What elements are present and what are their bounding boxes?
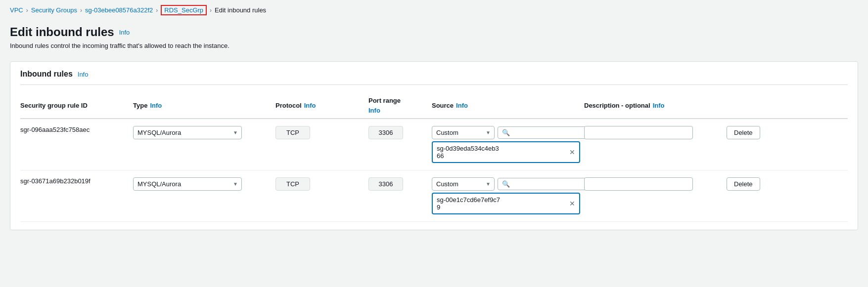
page-title: Edit inbound rules xyxy=(10,25,114,39)
search-icon-1: 🔍 xyxy=(502,180,510,188)
col-header-actions xyxy=(727,97,791,114)
col-header-description: Description - optional Info xyxy=(584,97,723,114)
cell-actions-0: Delete xyxy=(727,126,791,139)
cell-source-0: Custom Anywhere-IPv4 Anywhere-IPv6 My IP… xyxy=(432,126,580,163)
main-content: Inbound rules Info Security group rule I… xyxy=(0,53,868,238)
type-select-wrapper-1: MYSQL/Aurora Custom TCP Custom UDP All t… xyxy=(133,177,242,191)
source-wrapper-0: Custom Anywhere-IPv4 Anywhere-IPv6 My IP… xyxy=(432,126,580,139)
tag-chip-text-1: sg-00e1c7cd6e7ef9c79 xyxy=(437,196,566,211)
cell-type-0: MYSQL/Aurora Custom TCP Custom UDP All t… xyxy=(133,126,272,139)
col-header-type: Type Info xyxy=(133,97,272,114)
breadcrumb-sep-3: › xyxy=(156,7,158,14)
type-select-1[interactable]: MYSQL/Aurora Custom TCP Custom UDP All t… xyxy=(133,177,242,191)
cell-sg-rule-id-0: sgr-096aaa523fc758aec xyxy=(20,126,129,133)
source-wrapper-1: Custom Anywhere-IPv4 Anywhere-IPv6 My IP… xyxy=(432,177,580,191)
cell-protocol-1: TCP xyxy=(275,177,365,191)
tag-chip-text-0: sg-0d39eda534c4eb366 xyxy=(437,145,566,160)
col-port-info-link[interactable]: Info xyxy=(368,107,380,114)
inbound-rules-panel: Inbound rules Info Security group rule I… xyxy=(10,61,858,230)
description-input-0[interactable] xyxy=(584,126,693,139)
search-field-1: 🔍 xyxy=(498,178,596,190)
breadcrumb-security-groups[interactable]: Security Groups xyxy=(31,6,77,14)
col-header-source: Source Info xyxy=(432,97,580,114)
cell-description-0 xyxy=(584,126,723,139)
panel-title: Inbound rules xyxy=(20,70,73,79)
page-info-link[interactable]: Info xyxy=(119,29,130,36)
cell-source-1: Custom Anywhere-IPv4 Anywhere-IPv6 My IP… xyxy=(432,177,580,214)
breadcrumb-rds-secgrp[interactable]: RDS_SecGrp xyxy=(161,5,207,15)
port-value-0: 3306 xyxy=(368,126,403,139)
sg-rule-id-value-0: sgr-096aaa523fc758aec xyxy=(20,126,90,133)
search-icon-0: 🔍 xyxy=(502,129,510,136)
table-row: sgr-03671a69b232b019f MYSQL/Aurora Custo… xyxy=(20,170,848,222)
breadcrumb-vpc[interactable]: VPC xyxy=(10,6,23,14)
page-description: Inbound rules control the incoming traff… xyxy=(10,42,858,49)
protocol-value-0: TCP xyxy=(275,126,310,139)
tag-chip-0: sg-0d39eda534c4eb366 ✕ xyxy=(432,141,580,163)
cell-sg-rule-id-1: sgr-03671a69b232b019f xyxy=(20,177,129,185)
breadcrumb-sep-2: › xyxy=(80,7,82,14)
description-input-1[interactable] xyxy=(584,177,693,191)
search-input-0[interactable] xyxy=(513,129,596,136)
delete-button-0[interactable]: Delete xyxy=(727,126,760,139)
delete-button-1[interactable]: Delete xyxy=(727,177,760,191)
cell-actions-1: Delete xyxy=(727,177,791,191)
col-desc-info-link[interactable]: Info xyxy=(653,102,665,109)
col-header-sg-rule-id: Security group rule ID xyxy=(20,97,129,114)
col-type-info-link[interactable]: Info xyxy=(150,102,162,109)
breadcrumb-sep-4: › xyxy=(210,7,212,14)
source-select-1[interactable]: Custom Anywhere-IPv4 Anywhere-IPv6 My IP xyxy=(432,177,495,191)
source-select-wrapper-0: Custom Anywhere-IPv4 Anywhere-IPv6 My IP… xyxy=(432,126,495,139)
panel-info-link[interactable]: Info xyxy=(78,71,89,78)
cell-description-1 xyxy=(584,177,723,191)
tag-chip-close-0[interactable]: ✕ xyxy=(569,148,575,156)
type-select-0[interactable]: MYSQL/Aurora Custom TCP Custom UDP All t… xyxy=(133,126,242,139)
rules-table: Security group rule ID Type Info Protoco… xyxy=(20,93,848,222)
cell-port-1: 3306 xyxy=(368,177,428,191)
protocol-value-1: TCP xyxy=(275,177,310,191)
tag-chip-close-1[interactable]: ✕ xyxy=(569,200,575,207)
col-source-info-link[interactable]: Info xyxy=(456,102,468,109)
cell-protocol-0: TCP xyxy=(275,126,365,139)
port-value-1: 3306 xyxy=(368,177,403,191)
cell-type-1: MYSQL/Aurora Custom TCP Custom UDP All t… xyxy=(133,177,272,191)
search-field-0: 🔍 xyxy=(498,126,596,139)
col-header-port-range: Port range Info xyxy=(368,97,428,114)
type-select-wrapper-0: MYSQL/Aurora Custom TCP Custom UDP All t… xyxy=(133,126,242,139)
cell-port-0: 3306 xyxy=(368,126,428,139)
table-header-row: Security group rule ID Type Info Protoco… xyxy=(20,93,848,119)
source-select-wrapper-1: Custom Anywhere-IPv4 Anywhere-IPv6 My IP… xyxy=(432,177,495,191)
col-header-protocol: Protocol Info xyxy=(275,97,365,114)
source-select-0[interactable]: Custom Anywhere-IPv4 Anywhere-IPv6 My IP xyxy=(432,126,495,139)
breadcrumb: VPC › Security Groups › sg-03ebee08576a3… xyxy=(0,0,868,20)
breadcrumb-current: Edit inbound rules xyxy=(215,6,266,14)
col-protocol-info-link[interactable]: Info xyxy=(304,102,316,109)
breadcrumb-sg-id[interactable]: sg-03ebee08576a322f2 xyxy=(85,6,153,14)
tag-chip-1: sg-00e1c7cd6e7ef9c79 ✕ xyxy=(432,193,580,214)
search-input-1[interactable] xyxy=(513,180,596,188)
breadcrumb-sep-1: › xyxy=(26,7,28,14)
page-header: Edit inbound rules Info Inbound rules co… xyxy=(0,20,868,53)
sg-rule-id-value-1: sgr-03671a69b232b019f xyxy=(20,177,91,185)
table-row: sgr-096aaa523fc758aec MYSQL/Aurora Custo… xyxy=(20,119,848,170)
panel-header: Inbound rules Info xyxy=(20,70,848,85)
